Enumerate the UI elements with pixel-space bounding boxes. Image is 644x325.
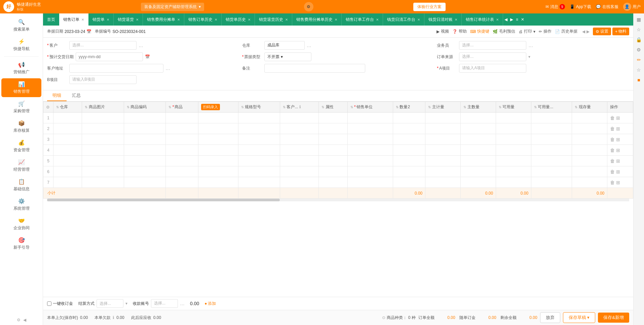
tab-daily-reconcile[interactable]: 钱货日清对账 ✕ (424, 13, 462, 26)
row-warehouse[interactable] (53, 134, 82, 145)
profit-button[interactable]: 🌿 毛利预估 (493, 29, 515, 34)
row-warehouse[interactable] (53, 145, 82, 156)
payment-method-select[interactable]: 选择... (97, 299, 123, 308)
customer-addr-more-icon[interactable]: … (165, 66, 170, 71)
row-warehouse[interactable] (53, 156, 82, 166)
row-qty2[interactable] (393, 134, 425, 145)
row-warehouse[interactable] (53, 166, 82, 177)
row-product[interactable] (166, 113, 198, 123)
tab-prev-arrow[interactable]: ◀ (503, 17, 509, 22)
row-customer[interactable] (280, 134, 319, 145)
row-unit[interactable] (347, 145, 393, 156)
shortcut-button[interactable]: ⌨ 快捷键 (470, 29, 489, 34)
industry-solution-button[interactable]: 体验行业方案 (413, 3, 446, 11)
row-product-code[interactable] (124, 156, 165, 166)
receipt-more-icon[interactable]: … (180, 301, 185, 306)
tab-menu-icon[interactable]: ≡ (515, 17, 520, 22)
invoice-select[interactable]: 不开票 ▾ (264, 52, 311, 61)
customer-addr-input[interactable] (69, 64, 163, 73)
row-attribute[interactable] (319, 134, 347, 145)
row-unit[interactable] (347, 113, 393, 123)
row-copy-icon[interactable]: ⊞ (616, 148, 620, 153)
row-warehouse[interactable] (53, 113, 82, 123)
sidebar-item-system[interactable]: ⚙️ 系统管理 (1, 195, 41, 214)
row-main-unit[interactable] (425, 145, 461, 156)
sidebar-collapse-icon[interactable]: ◀ (23, 318, 26, 322)
right-icon-6[interactable]: ☆ (634, 65, 644, 75)
tab-daily-workbench[interactable]: 钱货日清工作台 ✕ (383, 13, 424, 26)
save-new-button[interactable]: 保存&新增 (598, 313, 629, 323)
right-icon-4[interactable]: ⚙ (634, 45, 644, 54)
row-product-code[interactable] (124, 123, 165, 134)
row-main-qty[interactable] (461, 145, 496, 156)
row-qty2[interactable] (393, 123, 425, 134)
online-service[interactable]: 💬 在线客服 (596, 4, 618, 10)
row-main-unit[interactable] (425, 156, 461, 166)
sidebar-settings-icon[interactable]: ⚙ (17, 318, 21, 322)
row-unit[interactable] (347, 166, 393, 177)
row-attribute[interactable] (319, 166, 347, 177)
toolbar-nav-next[interactable]: ▶ (586, 29, 590, 34)
row-customer[interactable] (280, 166, 319, 177)
row-delete-icon[interactable]: 🗑 (610, 180, 615, 185)
row-qty2[interactable] (393, 156, 425, 166)
tab-sales-order[interactable]: 销售订单 ✕ (59, 13, 88, 26)
tab-sales-slip[interactable]: 销货单 ✕ (88, 13, 114, 26)
sidebar-item-quicknav[interactable]: ⚡ 快捷导航 (1, 36, 41, 54)
tab-return-history[interactable]: 销货退货历史 ✕ (255, 13, 292, 26)
row-customer[interactable] (280, 113, 319, 123)
sidebar-item-basic-info[interactable]: 📋 基础信息 (1, 176, 41, 195)
right-icon-5[interactable]: ✏ (634, 55, 644, 65)
row-main-unit[interactable] (425, 166, 461, 177)
tab-close-icon[interactable]: ✕ (285, 18, 288, 22)
discard-button[interactable]: 放弃 (540, 312, 560, 323)
tab-expense-history[interactable]: 销售费用分摊单历史 ✕ (292, 13, 342, 26)
sidebar-item-search[interactable]: 🔍 搜索菜单 (1, 16, 41, 35)
row-product-code[interactable] (124, 113, 165, 123)
row-qty2[interactable] (393, 113, 425, 123)
sidebar-item-guide[interactable]: 🎯 新手引导 (1, 234, 41, 253)
tab-slip-history[interactable]: 销货单历史 ✕ (222, 13, 255, 26)
help-button[interactable]: ❓ 帮助 (452, 29, 467, 34)
row-product[interactable] (166, 145, 198, 156)
row-product[interactable] (166, 123, 198, 134)
toolbar-nav-prev[interactable]: ◀ (582, 29, 585, 34)
staff-more-icon[interactable]: … (528, 43, 533, 48)
row-attribute[interactable] (319, 113, 347, 123)
row-spec[interactable] (238, 145, 280, 156)
delivery-input[interactable] (76, 52, 143, 61)
row-main-qty[interactable] (461, 134, 496, 145)
tab-close-icon[interactable]: ✕ (177, 18, 180, 22)
row-product-code[interactable] (124, 145, 165, 156)
row-main-qty[interactable] (461, 123, 496, 134)
remark-input[interactable] (264, 64, 365, 73)
save-draft-button[interactable]: 保存草稿 ▾ (563, 312, 596, 323)
row-main-unit[interactable] (425, 123, 461, 134)
row-spec[interactable] (238, 166, 280, 177)
operation-button[interactable]: ✏ 操作 (539, 29, 552, 34)
row-delete-icon[interactable]: 🗑 (610, 158, 615, 164)
tab-close-icon[interactable]: ✕ (248, 18, 251, 22)
row-spec[interactable] (238, 134, 280, 145)
tab-close-icon[interactable]: ✕ (417, 18, 420, 22)
row-product-code[interactable] (124, 134, 165, 145)
row-delete-icon[interactable]: 🗑 (610, 137, 615, 142)
customer-more-icon[interactable]: … (139, 43, 143, 48)
tab-close-icon[interactable]: ✕ (81, 18, 84, 22)
tab-order-stats[interactable]: 销售订单统计表 ✕ (462, 13, 503, 26)
deposit-checkbox-input[interactable] (47, 301, 51, 306)
add-payment-button[interactable]: ● 添加 (204, 301, 216, 307)
row-attribute[interactable] (319, 156, 347, 166)
warehouse-input[interactable]: 成品库 (264, 41, 305, 50)
tab-order-workbench[interactable]: 销售订单工作台 ✕ (342, 13, 383, 26)
receipt-input[interactable]: 选择... (151, 299, 178, 308)
sidebar-item-purchase[interactable]: 🛒 采购管理 (1, 98, 41, 117)
row-main-qty[interactable] (461, 156, 496, 166)
row-customer[interactable] (280, 177, 319, 188)
tab-close-icon[interactable]: ✕ (376, 18, 379, 22)
customer-input[interactable]: 选择... (69, 41, 137, 50)
right-icon-3[interactable]: 🔒 (634, 35, 644, 44)
row-product[interactable] (166, 166, 198, 177)
sidebar-item-inventory[interactable]: 📦 库存核算 (1, 117, 41, 136)
tab-close-all-icon[interactable]: ✕ (520, 17, 526, 22)
